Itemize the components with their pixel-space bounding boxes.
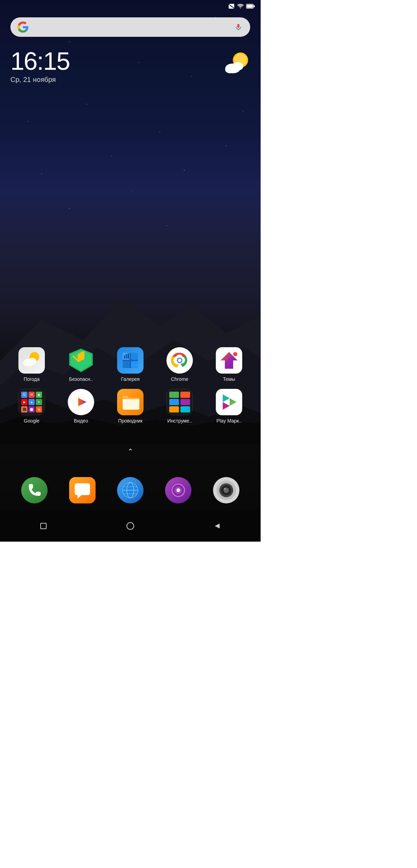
svg-rect-64 (180, 399, 190, 405)
clock-date: Ср, 21 ноября (10, 76, 70, 84)
svg-rect-71 (75, 483, 90, 495)
svg-text:◈: ◈ (38, 408, 40, 411)
svg-text:✦: ✦ (38, 400, 40, 404)
nav-home-button[interactable] (120, 516, 141, 536)
clock-widget: 16:15 Ср, 21 ноября (10, 49, 70, 84)
app-security-label: Безопасн.. (69, 376, 93, 382)
svg-rect-32 (128, 353, 129, 359)
svg-text:▲: ▲ (30, 400, 33, 404)
google-logo (17, 21, 29, 33)
svg-rect-10 (237, 24, 239, 28)
svg-marker-68 (223, 402, 230, 410)
svg-point-21 (23, 361, 30, 366)
svg-rect-61 (169, 392, 179, 398)
voice-search-icon[interactable] (233, 22, 244, 33)
clock-time: 16:15 (10, 49, 70, 74)
app-grid: Погода Безопасн.. (0, 347, 261, 431)
svg-rect-29 (131, 361, 138, 368)
svg-marker-90 (215, 524, 220, 528)
app-playstore-label: Play Марк.. (216, 418, 242, 424)
svg-text:⬤: ⬤ (30, 408, 33, 411)
app-weather[interactable]: Погода (11, 347, 52, 382)
app-files[interactable]: Проводник (109, 389, 151, 424)
home-screen: ✕ (0, 0, 261, 542)
dock-music[interactable] (165, 477, 191, 503)
svg-text:✉: ✉ (30, 393, 33, 397)
nav-bar (0, 510, 261, 542)
app-themes-label: Темы (223, 376, 235, 382)
app-row-2: G ✉ ◉ ▶ ▲ ✦ ⬛ ⬤ (7, 389, 254, 424)
svg-marker-67 (223, 394, 230, 402)
svg-point-39 (233, 352, 237, 356)
dock-phone[interactable] (21, 477, 48, 503)
app-gallery-label: Галерея (121, 376, 140, 382)
nav-back-button[interactable] (207, 516, 228, 536)
app-weather-label: Погода (24, 376, 40, 382)
svg-rect-8 (254, 5, 255, 7)
app-row-1: Погода Безопасн.. (7, 347, 254, 382)
svg-rect-63 (169, 399, 179, 405)
status-bar: ✕ (0, 0, 261, 12)
svg-rect-66 (180, 406, 190, 412)
app-gallery[interactable]: Галерея (109, 347, 151, 382)
svg-rect-65 (169, 406, 179, 412)
svg-rect-62 (180, 392, 190, 398)
dock-camera[interactable] (213, 477, 239, 503)
dock (0, 477, 261, 503)
battery-icon (246, 4, 255, 9)
svg-point-36 (178, 359, 181, 362)
svg-point-17 (225, 66, 235, 73)
svg-text:✕: ✕ (230, 5, 233, 8)
app-tools[interactable]: Инструме.. (159, 389, 201, 424)
app-playstore[interactable]: Play Марк.. (208, 389, 250, 424)
svg-rect-9 (247, 5, 253, 8)
app-chrome[interactable]: Chrome (159, 347, 201, 382)
status-icons: ✕ (228, 3, 255, 9)
app-video-label: Видео (74, 418, 88, 424)
svg-point-89 (127, 523, 134, 529)
app-video[interactable]: Видео (60, 389, 102, 424)
app-themes[interactable]: Темы (208, 347, 250, 382)
svg-rect-27 (131, 353, 138, 360)
app-google-folder[interactable]: G ✉ ◉ ▶ ▲ ✦ ⬛ ⬤ (11, 389, 52, 424)
dock-messages[interactable] (69, 477, 96, 503)
app-tools-label: Инструме.. (167, 418, 192, 424)
app-google-label: Google (24, 418, 39, 424)
svg-text:◉: ◉ (38, 393, 40, 397)
drawer-handle[interactable]: ⌃ (128, 447, 133, 456)
svg-rect-30 (124, 355, 125, 359)
svg-marker-69 (230, 398, 237, 406)
svg-rect-31 (126, 354, 127, 359)
no-sim-icon: ✕ (228, 3, 235, 9)
weather-widget[interactable] (222, 50, 250, 78)
svg-rect-28 (123, 361, 130, 368)
svg-text:▶: ▶ (23, 400, 26, 404)
svg-point-81 (177, 489, 180, 492)
svg-marker-72 (77, 495, 82, 499)
svg-text:⬛: ⬛ (23, 407, 27, 411)
search-bar[interactable] (10, 17, 250, 37)
app-security[interactable]: Безопасн.. (60, 347, 102, 382)
nav-recents-button[interactable] (33, 516, 54, 536)
svg-text:G: G (23, 393, 26, 397)
app-files-label: Проводник (118, 418, 142, 424)
wifi-icon (237, 3, 244, 9)
svg-rect-88 (41, 523, 46, 529)
svg-point-87 (224, 488, 226, 490)
app-chrome-label: Chrome (171, 376, 188, 382)
dock-browser[interactable] (117, 477, 144, 503)
